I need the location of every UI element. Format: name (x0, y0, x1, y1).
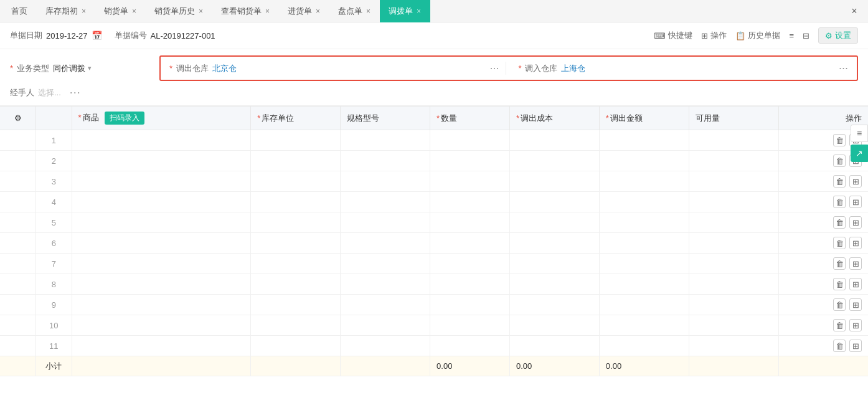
cell-amount-6[interactable] (599, 233, 689, 254)
cell-available-6[interactable] (689, 233, 778, 254)
cell-available-5[interactable] (689, 212, 778, 233)
cell-amount-11[interactable] (599, 336, 689, 356)
table-row[interactable]: 3 🗑 ⊞ (0, 171, 868, 192)
cell-spec-5[interactable] (341, 212, 430, 233)
cell-unit-7[interactable] (251, 254, 341, 274)
copy-icon-11[interactable]: ⊞ (849, 340, 862, 352)
tab-close-sales-history[interactable]: × (199, 7, 203, 16)
tab-stocktake[interactable]: 盘点单 × (329, 0, 380, 22)
cell-amount-9[interactable] (599, 295, 689, 315)
cell-amount-4[interactable] (599, 192, 689, 212)
cell-spec-8[interactable] (341, 274, 430, 295)
cell-available-11[interactable] (689, 336, 778, 356)
delete-icon-7[interactable]: 🗑 (833, 257, 846, 270)
cell-amount-3[interactable] (599, 171, 689, 192)
history-btn[interactable]: 📋 历史单据 (735, 30, 780, 41)
cell-qty-9[interactable] (430, 295, 510, 315)
cell-available-1[interactable] (689, 130, 778, 151)
copy-icon-3[interactable]: ⊞ (849, 175, 862, 188)
cell-product-6[interactable] (72, 233, 251, 254)
biz-type-dropdown[interactable]: 同价调拨 ▾ (53, 63, 92, 74)
delete-icon-8[interactable]: 🗑 (833, 278, 846, 290)
tab-transfer[interactable]: 调拨单 × (380, 0, 430, 22)
delete-icon-5[interactable]: 🗑 (833, 216, 846, 229)
table-row[interactable]: 4 🗑 ⊞ (0, 192, 868, 212)
cell-qty-10[interactable] (430, 315, 510, 336)
handler-more[interactable]: ··· (70, 86, 81, 99)
cell-qty-8[interactable] (430, 274, 510, 295)
table-row[interactable]: 2 🗑 ⊞ (0, 151, 868, 171)
tab-home[interactable]: 首页 (2, 0, 37, 22)
cell-qty-1[interactable] (430, 130, 510, 151)
cell-spec-1[interactable] (341, 130, 430, 151)
cell-product-4[interactable] (72, 192, 251, 212)
cell-qty-5[interactable] (430, 212, 510, 233)
tab-inventory-init[interactable]: 库存期初 × (37, 0, 95, 22)
cell-available-7[interactable] (689, 254, 778, 274)
delete-icon-2[interactable]: 🗑 (833, 155, 846, 167)
table-row[interactable]: 8 🗑 ⊞ (0, 274, 868, 295)
cell-spec-2[interactable] (341, 151, 430, 171)
tab-purchase-order[interactable]: 进货单 × (279, 0, 329, 22)
cell-cost-9[interactable] (509, 295, 599, 315)
cell-available-8[interactable] (689, 274, 778, 295)
cell-amount-1[interactable] (599, 130, 689, 151)
layout-icon-2[interactable]: ⊟ (803, 31, 809, 40)
cell-spec-3[interactable] (341, 171, 430, 192)
cell-unit-11[interactable] (251, 336, 341, 356)
cell-amount-10[interactable] (599, 315, 689, 336)
warehouse-out-more[interactable]: ··· (489, 62, 499, 75)
table-row[interactable]: 6 🗑 ⊞ (0, 233, 868, 254)
warehouse-in-more[interactable]: ··· (839, 62, 848, 75)
tab-close-transfer[interactable]: × (417, 7, 421, 16)
cell-cost-1[interactable] (509, 130, 599, 151)
delete-icon-4[interactable]: 🗑 (833, 196, 846, 208)
table-row[interactable]: 7 🗑 ⊞ (0, 254, 868, 274)
cell-qty-2[interactable] (430, 151, 510, 171)
tab-close-purchase-order[interactable]: × (316, 7, 320, 16)
copy-icon-8[interactable]: ⊞ (849, 278, 862, 290)
cell-qty-3[interactable] (430, 171, 510, 192)
cell-cost-4[interactable] (509, 192, 599, 212)
settings-button[interactable]: ⚙ 设置 (818, 27, 858, 44)
cell-qty-4[interactable] (430, 192, 510, 212)
cell-unit-8[interactable] (251, 274, 341, 295)
cell-unit-4[interactable] (251, 192, 341, 212)
cell-available-10[interactable] (689, 315, 778, 336)
right-list-btn[interactable]: ≡ (851, 125, 868, 142)
tab-close-inventory-init[interactable]: × (82, 7, 86, 16)
cell-spec-10[interactable] (341, 315, 430, 336)
table-row[interactable]: 9 🗑 ⊞ (0, 295, 868, 315)
copy-icon-10[interactable]: ⊞ (849, 319, 862, 331)
copy-icon-6[interactable]: ⊞ (849, 237, 862, 249)
delete-icon-6[interactable]: 🗑 (833, 237, 846, 249)
cell-spec-11[interactable] (341, 336, 430, 356)
cell-spec-6[interactable] (341, 233, 430, 254)
delete-icon-1[interactable]: 🗑 (833, 134, 846, 146)
cell-unit-6[interactable] (251, 233, 341, 254)
cell-spec-4[interactable] (341, 192, 430, 212)
cell-product-1[interactable] (72, 130, 251, 151)
copy-icon-5[interactable]: ⊞ (849, 216, 862, 229)
cell-unit-1[interactable] (251, 130, 341, 151)
cell-cost-7[interactable] (509, 254, 599, 274)
tab-close-view-sales[interactable]: × (265, 7, 270, 16)
cell-unit-9[interactable] (251, 295, 341, 315)
cell-available-2[interactable] (689, 151, 778, 171)
delete-icon-10[interactable]: 🗑 (833, 319, 846, 331)
cell-cost-2[interactable] (509, 151, 599, 171)
cell-available-4[interactable] (689, 192, 778, 212)
cell-unit-2[interactable] (251, 151, 341, 171)
cell-qty-7[interactable] (430, 254, 510, 274)
copy-icon-7[interactable]: ⊞ (849, 257, 862, 270)
shortcuts-btn[interactable]: ⌨ 快捷键 (654, 30, 692, 41)
tab-sales-history[interactable]: 销货单历史 × (146, 0, 212, 22)
tab-close-stocktake[interactable]: × (366, 7, 370, 16)
copy-icon-4[interactable]: ⊞ (849, 196, 862, 208)
cell-product-3[interactable] (72, 171, 251, 192)
cell-available-9[interactable] (689, 295, 778, 315)
delete-icon-3[interactable]: 🗑 (833, 175, 846, 188)
calendar-icon[interactable]: 📅 (92, 31, 102, 40)
cell-qty-6[interactable] (430, 233, 510, 254)
cell-product-8[interactable] (72, 274, 251, 295)
